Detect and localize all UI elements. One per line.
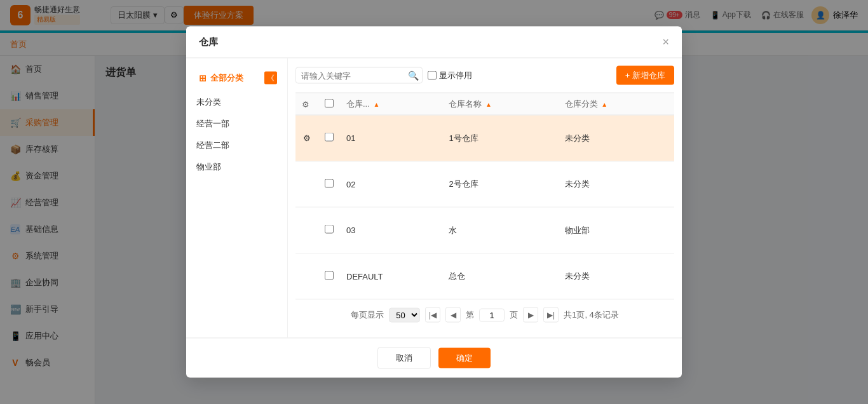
dialog-footer: 取消 确定 <box>186 338 682 378</box>
total-info: 共1页, 4条记录 <box>564 309 619 321</box>
page-last-button[interactable]: ▶| <box>543 307 559 323</box>
category-all[interactable]: ⊞ 全部分类 <box>191 67 251 89</box>
dialog-header: 仓库 × <box>186 27 682 58</box>
row-name-2: 2号仓库 <box>442 161 558 208</box>
col-code: 仓库... ▲ <box>340 93 442 115</box>
warehouse-table: ⚙ 仓库... ▲ 仓库名称 ▲ 仓库分类 ▲ <box>295 93 674 300</box>
row-check-1[interactable] <box>325 133 334 142</box>
per-page-label: 每页显示 <box>351 309 384 321</box>
page-input[interactable] <box>479 308 505 321</box>
warehouse-dialog: 仓库 × ⊞ 全部分类 《 未分类 经营一部 经营二部 物业部 <box>186 27 682 378</box>
row-code-1: 01 <box>340 115 442 161</box>
row-settings-4[interactable] <box>295 253 318 300</box>
select-all-checkbox[interactable] <box>325 98 334 107</box>
table-row[interactable]: DEFAULT 总仓 未分类 <box>295 253 674 300</box>
row-code-4: DEFAULT <box>340 253 442 300</box>
table-header: ⚙ 仓库... ▲ 仓库名称 ▲ 仓库分类 ▲ <box>295 93 674 115</box>
per-page-select[interactable]: 50 <box>389 307 420 322</box>
col-settings: ⚙ <box>295 93 318 115</box>
dialog-body: ⊞ 全部分类 《 未分类 经营一部 经营二部 物业部 <box>186 58 682 338</box>
sort-arrow-name: ▲ <box>485 101 492 108</box>
row-settings-1[interactable]: ⚙ <box>295 115 318 161</box>
sort-arrow-code: ▲ <box>373 101 379 108</box>
dialog-close-button[interactable]: × <box>662 36 669 49</box>
row-name-1: 1号仓库 <box>442 115 558 161</box>
col-code-label: 仓库... <box>346 99 370 109</box>
category-item-dept1[interactable]: 经营一部 <box>186 113 287 135</box>
row-check-4[interactable] <box>325 271 334 279</box>
category-item-unclassified[interactable]: 未分类 <box>186 91 287 113</box>
grid-icon: ⊞ <box>199 73 207 83</box>
row-category-2: 未分类 <box>559 161 674 208</box>
row-check-3[interactable] <box>325 225 334 234</box>
cancel-button[interactable]: 取消 <box>377 347 431 369</box>
category-all-label: 全部分类 <box>210 72 243 84</box>
table-panel: 🔍 显示停用 + 新增仓库 ⚙ 仓库... ▲ <box>288 58 682 338</box>
row-category-1: 未分类 <box>559 115 674 161</box>
page-prev-button[interactable]: ◀ <box>445 307 461 323</box>
row-check-2[interactable] <box>325 178 334 187</box>
page-next-button[interactable]: ▶ <box>523 307 538 323</box>
category-item-dept2[interactable]: 经营二部 <box>186 135 287 156</box>
col-name-label: 仓库名称 <box>449 99 482 109</box>
search-input-wrap: 🔍 <box>295 67 423 84</box>
col-category: 仓库分类 ▲ <box>559 93 674 115</box>
row-name-4: 总仓 <box>442 253 558 300</box>
table-row[interactable]: ⚙ 01 1号仓库 未分类 <box>295 115 674 161</box>
table-body: ⚙ 01 1号仓库 未分类 02 2号仓库 未分类 <box>295 115 674 299</box>
row-category-3: 物业部 <box>559 207 674 253</box>
row-code-3: 03 <box>340 207 442 253</box>
col-category-label: 仓库分类 <box>565 99 598 109</box>
pagination: 每页显示 50 |◀ ◀ 第 页 ▶ ▶| 共1页, 4条记录 <box>295 300 674 330</box>
row-settings-3[interactable] <box>295 207 318 253</box>
row-name-3: 水 <box>442 207 558 253</box>
category-panel: ⊞ 全部分类 《 未分类 经营一部 经营二部 物业部 <box>186 58 288 338</box>
show-disabled-label[interactable]: 显示停用 <box>428 70 472 81</box>
table-toolbar: 🔍 显示停用 + 新增仓库 <box>295 66 674 85</box>
col-name: 仓库名称 ▲ <box>442 93 558 115</box>
row-settings-2[interactable] <box>295 161 318 208</box>
table-row[interactable]: 02 2号仓库 未分类 <box>295 161 674 208</box>
show-disabled-checkbox[interactable] <box>428 71 437 80</box>
page-first-button[interactable]: |◀ <box>425 307 440 323</box>
show-disabled-text: 显示停用 <box>439 70 472 81</box>
row-category-4: 未分类 <box>559 253 674 300</box>
new-warehouse-button[interactable]: + 新增仓库 <box>616 66 674 85</box>
category-item-property[interactable]: 物业部 <box>186 156 287 178</box>
table-row[interactable]: 03 水 物业部 <box>295 207 674 253</box>
page-suffix: 页 <box>510 309 518 321</box>
page-label: 第 <box>466 309 474 321</box>
dialog-title: 仓库 <box>199 36 218 48</box>
confirm-button[interactable]: 确定 <box>438 348 491 368</box>
search-icon[interactable]: 🔍 <box>408 71 419 81</box>
search-input[interactable] <box>301 71 408 80</box>
col-check <box>318 93 340 115</box>
category-collapse-button[interactable]: 《 <box>264 72 277 84</box>
row-code-2: 02 <box>340 161 442 208</box>
sort-arrow-category: ▲ <box>601 101 607 108</box>
